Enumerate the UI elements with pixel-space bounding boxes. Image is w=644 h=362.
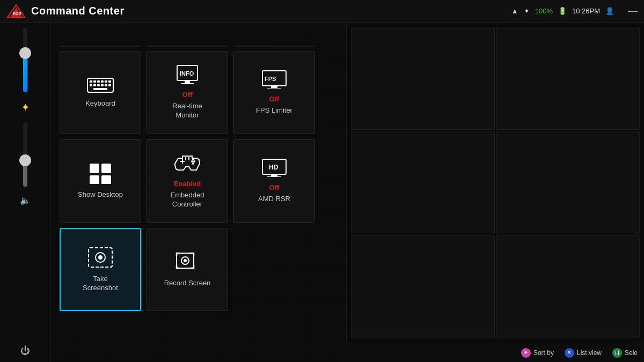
bottom-bar: ✦ Sort by ✕ List view H Sele: [338, 343, 644, 362]
tile-realtime-monitor[interactable]: INFO Off Real-timeMonitor: [147, 51, 228, 134]
svg-rect-26: [101, 164, 111, 173]
right-tile-5: [351, 235, 495, 338]
sound-icon[interactable]: 🔈: [20, 195, 31, 205]
fps-icon: FPS: [262, 70, 287, 92]
right-tile-4: [496, 131, 640, 234]
tile-placeholder-3[interactable]: [233, 46, 315, 47]
keyboard-label: Keyboard: [85, 99, 115, 108]
tile-placeholder-2[interactable]: [147, 46, 228, 47]
svg-rect-30: [182, 159, 183, 164]
svg-rect-15: [108, 84, 111, 86]
svg-rect-11: [93, 84, 96, 86]
tile-take-screenshot[interactable]: TakeScreenshot: [60, 228, 141, 311]
svg-rect-24: [267, 88, 281, 88]
svg-text:HD: HD: [269, 164, 279, 171]
battery-icon: 🔋: [558, 7, 567, 15]
volume-slider-thumb[interactable]: [19, 47, 31, 59]
svg-rect-9: [108, 80, 111, 83]
right-tile-3: [351, 131, 495, 234]
svg-rect-10: [90, 84, 92, 86]
info-icon: INFO: [177, 65, 198, 87]
svg-rect-39: [271, 175, 277, 176]
record-screen-label: Record Screen: [164, 279, 211, 288]
hd-icon: HD: [262, 159, 287, 180]
volume-slider-track[interactable]: [23, 28, 27, 92]
user-icon: 👤: [605, 7, 614, 15]
right-tile-1: [351, 27, 495, 130]
tile-amd-rsr[interactable]: HD Off AMD RSR: [233, 139, 315, 223]
controller-icon: [174, 153, 201, 176]
clock: 10:26PM: [572, 7, 600, 15]
svg-point-32: [193, 160, 195, 162]
battery-status: 100%: [535, 7, 553, 15]
take-screenshot-label: TakeScreenshot: [83, 275, 118, 293]
bluetooth-icon: ✦: [524, 7, 530, 15]
volume-slider-container[interactable]: [23, 28, 27, 92]
minimize-button[interactable]: —: [628, 5, 638, 17]
svg-rect-16: [93, 88, 107, 90]
svg-point-43: [98, 255, 103, 260]
svg-rect-40: [267, 176, 281, 177]
title-bar: ROG Command Center ▲ ✦ 100% 🔋 10:26PM 👤 …: [0, 0, 644, 23]
screenshot-icon: [87, 247, 113, 271]
svg-rect-19: [185, 81, 190, 83]
svg-point-33: [192, 158, 194, 160]
tile-show-desktop[interactable]: Show Desktop: [60, 139, 141, 223]
svg-rect-14: [105, 84, 107, 86]
svg-rect-13: [101, 84, 104, 86]
brightness-icon[interactable]: ✦: [21, 101, 30, 114]
amd-rsr-label: AMD RSR: [258, 195, 290, 204]
embedded-controller-label: EmbeddedController: [171, 191, 204, 209]
fps-limiter-status: Off: [269, 95, 280, 103]
tile-embedded-controller[interactable]: Enabled EmbeddedController: [147, 139, 228, 223]
svg-rect-28: [101, 175, 111, 184]
show-desktop-label: Show Desktop: [78, 190, 123, 200]
svg-point-31: [191, 160, 193, 162]
realtime-monitor-status: Off: [182, 91, 193, 99]
svg-rect-7: [101, 80, 104, 83]
svg-text:INFO: INFO: [180, 70, 194, 77]
list-view-label: List view: [577, 349, 602, 357]
svg-rect-27: [90, 175, 99, 184]
list-view-item[interactable]: ✕ List view: [565, 348, 602, 358]
main-layout: ✦ 🔈 ⏻ Sort By Delete Add: [0, 23, 644, 362]
sort-by-icon: ✦: [521, 348, 531, 358]
tile-placeholder-1[interactable]: [60, 46, 141, 47]
brightness-slider-container[interactable]: [23, 122, 27, 187]
svg-rect-6: [97, 80, 100, 83]
fps-limiter-label: FPS Limiter: [256, 106, 292, 115]
amd-rsr-status: Off: [269, 183, 280, 191]
power-icon[interactable]: ⏻: [20, 345, 30, 357]
svg-text:ROG: ROG: [13, 11, 22, 16]
svg-text:FPS: FPS: [265, 76, 276, 82]
desktop-icon: [89, 162, 112, 187]
svg-rect-25: [90, 164, 99, 173]
svg-rect-12: [97, 84, 100, 86]
tile-keyboard[interactable]: Keyboard: [60, 51, 141, 134]
sidebar: ✦ 🔈 ⏻: [0, 23, 51, 362]
svg-rect-5: [93, 80, 96, 83]
tile-record-screen[interactable]: Record Screen: [147, 228, 228, 311]
volume-slider-fill: [23, 54, 27, 92]
select-label: Sele: [625, 349, 638, 357]
svg-rect-23: [271, 86, 277, 88]
wifi-icon: ▲: [511, 7, 518, 15]
right-panel: [346, 23, 644, 343]
svg-rect-4: [90, 80, 92, 83]
sort-by-item[interactable]: ✦ Sort by: [521, 348, 554, 358]
record-icon: [175, 251, 200, 276]
right-tile-2: [496, 27, 640, 130]
status-bar: ▲ ✦ 100% 🔋 10:26PM 👤 —: [511, 5, 638, 17]
select-item[interactable]: H Sele: [612, 348, 638, 358]
realtime-monitor-label: Real-timeMonitor: [172, 102, 202, 120]
app-title: Command Center: [31, 5, 511, 17]
brightness-slider-thumb[interactable]: [19, 154, 31, 166]
list-view-icon: ✕: [565, 348, 574, 358]
keyboard-icon: [87, 77, 114, 96]
brightness-slider-track[interactable]: [23, 122, 27, 187]
sort-by-label: Sort by: [533, 349, 554, 357]
embedded-controller-status: Enabled: [174, 180, 201, 188]
svg-rect-8: [105, 80, 107, 83]
tile-fps-limiter[interactable]: FPS Off FPS Limiter: [233, 51, 315, 134]
right-tile-6: [496, 235, 640, 338]
